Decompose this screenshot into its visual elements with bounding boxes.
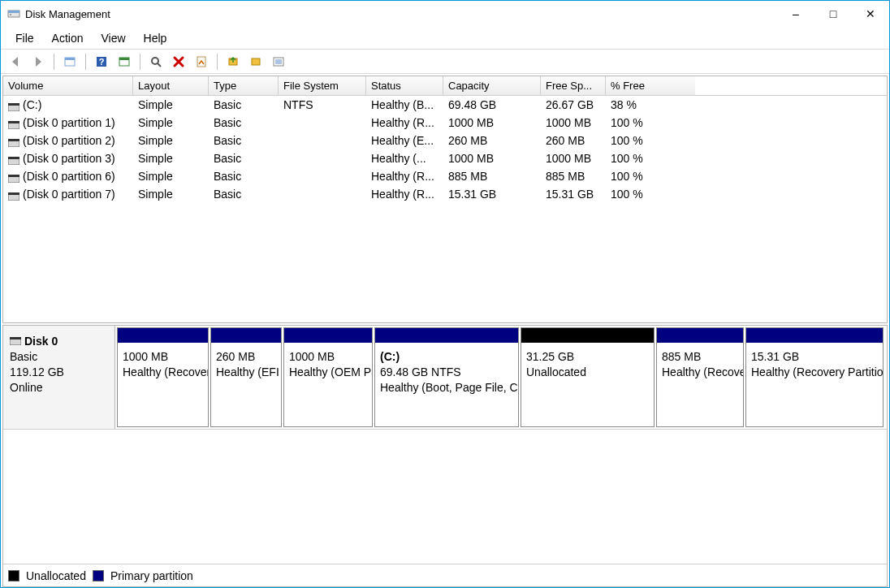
separator xyxy=(140,54,140,70)
volume-row[interactable]: (Disk 0 partition 2)SimpleBasicHealthy (… xyxy=(3,132,887,149)
svg-rect-4 xyxy=(65,58,75,60)
col-free-space[interactable]: Free Sp... xyxy=(541,76,606,95)
menu-view[interactable]: View xyxy=(93,28,133,48)
back-button[interactable] xyxy=(6,52,25,71)
disk-info[interactable]: Disk 0 Basic 119.12 GB Online xyxy=(3,326,115,429)
cell-capacity: 885 MB xyxy=(443,168,541,184)
volume-body[interactable]: (C:)SimpleBasicNTFSHealthy (B...69.48 GB… xyxy=(3,96,887,322)
drive-icon xyxy=(8,101,19,109)
separator xyxy=(54,54,54,70)
disk-status: Online xyxy=(10,380,108,396)
cell-pct: 100 % xyxy=(606,168,695,184)
col-volume[interactable]: Volume xyxy=(3,76,133,95)
col-pct-free[interactable]: % Free xyxy=(606,76,695,95)
volume-row[interactable]: (Disk 0 partition 3)SimpleBasicHealthy (… xyxy=(3,149,887,167)
col-status[interactable]: Status xyxy=(366,76,443,95)
cell-volume: (Disk 0 partition 6) xyxy=(3,168,133,184)
cell-layout: Simple xyxy=(133,168,209,184)
cell-capacity: 1000 MB xyxy=(443,150,541,166)
svg-rect-31 xyxy=(10,337,21,339)
partition-primary[interactable]: 260 MBHealthy (EFI System Partition) xyxy=(210,327,282,427)
partition-stripe xyxy=(746,328,883,343)
cell-free: 26.67 GB xyxy=(541,97,606,113)
volume-header-row: Volume Layout Type File System Status Ca… xyxy=(3,76,887,96)
volume-row[interactable]: (Disk 0 partition 7)SimpleBasicHealthy (… xyxy=(3,185,887,203)
cell-layout: Simple xyxy=(133,150,209,166)
cell-layout: Simple xyxy=(133,132,209,149)
svg-point-9 xyxy=(152,58,158,64)
cell-status: Healthy (R... xyxy=(366,115,443,131)
rescan-button[interactable] xyxy=(146,52,166,71)
cell-status: Healthy (R... xyxy=(366,186,443,202)
cell-free: 885 MB xyxy=(541,168,606,184)
cell-layout: Simple xyxy=(133,97,209,113)
separator xyxy=(217,54,218,70)
cell-free: 15.31 GB xyxy=(541,186,606,202)
cell-fs xyxy=(279,186,366,202)
volume-row[interactable]: (Disk 0 partition 6)SimpleBasicHealthy (… xyxy=(3,167,887,185)
col-layout[interactable]: Layout xyxy=(133,76,209,95)
col-filesystem[interactable]: File System xyxy=(279,76,366,95)
svg-rect-25 xyxy=(8,157,19,159)
window-controls: – □ ✕ xyxy=(777,2,889,26)
cell-fs: NTFS xyxy=(279,97,366,113)
cell-type: Basic xyxy=(209,132,279,149)
partition-unallocated[interactable]: 31.25 GBUnallocated xyxy=(521,327,655,427)
menu-file[interactable]: File xyxy=(7,28,42,48)
partition-primary[interactable]: (C:)69.48 GB NTFSHealthy (Boot, Page Fil… xyxy=(374,327,519,427)
disk-type: Basic xyxy=(10,349,108,365)
legend-swatch-unallocated xyxy=(8,570,19,582)
svg-rect-27 xyxy=(8,175,19,177)
partition-stripe xyxy=(211,328,281,343)
forward-button[interactable] xyxy=(28,52,48,71)
svg-rect-8 xyxy=(119,58,129,60)
svg-rect-19 xyxy=(8,103,19,106)
close-button[interactable]: ✕ xyxy=(852,2,889,26)
maximize-button[interactable]: □ xyxy=(814,2,852,26)
svg-text:?: ? xyxy=(99,57,105,67)
cell-fs xyxy=(279,115,366,131)
col-type[interactable]: Type xyxy=(209,76,279,95)
action1-button[interactable] xyxy=(223,52,243,71)
cell-status: Healthy (... xyxy=(366,150,443,166)
cell-pct: 38 % xyxy=(606,97,695,113)
partition-primary[interactable]: 1000 MBHealthy (Recovery Partition) xyxy=(117,327,209,427)
svg-rect-29 xyxy=(8,192,19,195)
action2-button[interactable] xyxy=(246,52,266,71)
partition-primary[interactable]: 15.31 GBHealthy (Recovery Partition) xyxy=(745,327,884,427)
properties-button[interactable] xyxy=(192,52,211,71)
partition-primary[interactable]: 1000 MBHealthy (OEM Partition) xyxy=(283,327,373,427)
cell-fs xyxy=(279,132,366,149)
drive-icon xyxy=(8,190,19,198)
col-capacity[interactable]: Capacity xyxy=(443,76,541,95)
svg-point-2 xyxy=(10,14,11,15)
titlebar: Disk Management – □ ✕ xyxy=(1,1,889,27)
cell-pct: 100 % xyxy=(606,132,695,149)
volume-row[interactable]: (Disk 0 partition 1)SimpleBasicHealthy (… xyxy=(3,114,887,132)
partition-stripe xyxy=(521,328,654,343)
disk-row[interactable]: Disk 0 Basic 119.12 GB Online 1000 MBHea… xyxy=(3,326,887,430)
help-button[interactable]: ? xyxy=(92,52,111,71)
partition-label: (C:)69.48 GB NTFSHealthy (Boot, Page Fil… xyxy=(375,343,518,402)
cell-type: Basic xyxy=(209,186,279,202)
settings-button[interactable] xyxy=(269,52,288,71)
minimize-button[interactable]: – xyxy=(777,2,814,26)
cell-fs xyxy=(279,150,366,166)
menu-action[interactable]: Action xyxy=(44,28,92,48)
delete-button[interactable] xyxy=(169,52,188,71)
menu-help[interactable]: Help xyxy=(136,28,175,48)
partition-stripe xyxy=(118,328,208,343)
cell-capacity: 69.48 GB xyxy=(443,97,541,113)
volume-row[interactable]: (C:)SimpleBasicNTFSHealthy (B...69.48 GB… xyxy=(3,96,887,114)
window-title: Disk Management xyxy=(25,8,777,20)
cell-type: Basic xyxy=(209,97,279,113)
cell-free: 1000 MB xyxy=(541,115,606,131)
cell-pct: 100 % xyxy=(606,115,695,131)
cell-type: Basic xyxy=(209,150,279,166)
menubar: File Action View Help xyxy=(1,27,889,50)
cell-fs xyxy=(279,168,366,184)
refresh-button[interactable] xyxy=(114,52,134,71)
show-hide-console-button[interactable] xyxy=(60,52,80,71)
partition-primary[interactable]: 885 MBHealthy (Recovery Partition) xyxy=(656,327,744,427)
app-icon xyxy=(7,7,20,20)
